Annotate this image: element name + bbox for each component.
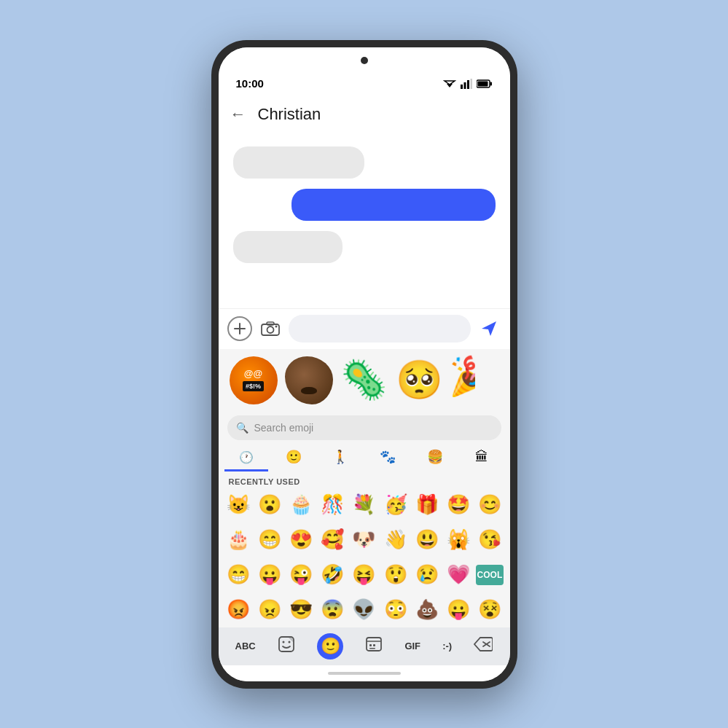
camera-icon [261,321,280,336]
emoji-frowning[interactable]: 😠 [254,594,286,626]
emoji-shocked-cat[interactable]: 🙀 [442,524,474,556]
keyboard-bottom-row: ABC 🙂 [219,627,510,665]
emoji-search-area: 🔍 Search emoji [219,412,510,444]
emoji-wink-tongue[interactable]: 😜 [286,559,317,591]
svg-marker-1 [445,81,455,85]
svg-point-12 [267,326,273,333]
tab-recent[interactable]: 🕐 [224,445,269,471]
battery-icon [477,79,493,88]
delete-icon [474,637,493,656]
emoji-cupcake[interactable]: 🧁 [286,489,317,521]
status-icons [443,79,493,89]
emoji-confetti[interactable]: 🎊 [317,489,348,521]
camera-button[interactable] [258,316,283,341]
sticker-blob-face[interactable] [283,354,335,407]
emoji-happy[interactable]: 😃 [411,524,442,556]
emoji-wave[interactable]: 👋 [380,524,411,556]
message-input[interactable] [289,315,471,343]
emoji-beaming[interactable]: 😁 [223,559,254,591]
message-bubble-received-1 [233,146,364,179]
emoji-keyboard-icon: 🙂 [317,633,343,659]
emoji-poop[interactable]: 💩 [411,594,442,626]
svg-point-17 [288,641,290,643]
sticker-row: @@ #$!% 🦠 🥺 🎉 [219,349,510,412]
svg-rect-20 [369,644,372,646]
kaomoji-button[interactable] [359,632,388,661]
emoji-angry[interactable]: 😡 [223,594,254,626]
emoji-dog[interactable]: 🐶 [348,524,380,556]
emoji-grin[interactable]: 😁 [254,524,286,556]
emoji-astonished[interactable]: 😮 [254,489,286,521]
tab-travel[interactable]: 🏛 [460,445,504,471]
svg-rect-2 [461,85,463,89]
app-bar: ← Christian [219,94,510,135]
tab-food[interactable]: 🍔 [412,445,457,471]
gif-button[interactable]: GIF [399,632,426,661]
back-button[interactable]: ← [230,105,246,124]
emoji-keyboard: 🔍 Search emoji 🕐 🙂 🚶 🐾 🍔 🏛 RECENTLY USED… [219,412,510,627]
wifi-icon [443,79,456,89]
phone-frame: 10:00 ← [211,40,517,689]
add-attachment-button[interactable] [227,316,252,341]
send-button[interactable] [477,316,501,341]
emoji-starstruck[interactable]: 🤩 [442,489,474,521]
gif-label: GIF [404,641,420,651]
emoji-heart-pink[interactable]: 💗 [442,559,474,591]
emoji-squinting-tongue[interactable]: 😝 [348,559,380,591]
svg-rect-5 [470,79,472,89]
emoticon-button[interactable]: :-) [437,632,458,661]
emoji-cat[interactable]: 😺 [223,489,254,521]
emoji-tongue[interactable]: 😛 [254,559,286,591]
emoji-cry[interactable]: 😢 [411,559,442,591]
svg-rect-13 [267,322,274,325]
svg-rect-21 [373,644,375,646]
emoji-grid-row4: 😡 😠 😎 😨 👽 😳 💩 😛 😵 [219,592,510,627]
svg-rect-7 [490,82,492,85]
emoji-search-placeholder: Search emoji [254,422,314,434]
emoji-astonished2[interactable]: 😲 [380,559,411,591]
emoji-bouquet[interactable]: 💐 [348,489,380,521]
emoji-partying[interactable]: 🥳 [380,489,411,521]
emoji-cool-badge[interactable]: COOL [474,559,505,591]
sticker-icon [278,635,295,657]
message-bubble-sent [291,189,496,221]
delete-button[interactable] [468,632,498,661]
emoji-alien[interactable]: 👽 [348,594,380,626]
emoji-grid-row3: 😁 😛 😜 🤣 😝 😲 😢 💗 COOL [219,557,510,592]
emoji-heart-eyes[interactable]: 😍 [286,524,317,556]
emoji-rofl[interactable]: 🤣 [317,559,348,591]
emoji-smiling-hearts[interactable]: 🥰 [317,524,348,556]
emoji-sunglasses[interactable]: 😎 [286,594,317,626]
emoji-cake[interactable]: 🎂 [223,524,254,556]
svg-rect-22 [369,648,375,649]
phone-screen: 10:00 ← [219,47,510,681]
sticker-pleading[interactable]: 🥺 [394,354,446,407]
emoji-smile[interactable]: 😊 [474,489,505,521]
sticker-microbe[interactable]: 🦠 [338,354,391,407]
section-label-recently-used: RECENTLY USED [219,473,510,488]
emoji-button[interactable]: 🙂 [311,632,349,661]
svg-point-16 [282,641,284,643]
emoji-tongue2[interactable]: 😛 [442,594,474,626]
emoji-flushed[interactable]: 😳 [380,594,411,626]
sticker-button[interactable] [272,632,301,661]
tab-animals[interactable]: 🐾 [366,445,410,471]
emoji-grid-row1: 😺 😮 🧁 🎊 💐 🥳 🎁 🤩 😊 [219,488,510,522]
messages-area [219,135,510,308]
emoji-dizzy[interactable]: 😵 [474,594,505,626]
tab-smileys[interactable]: 🙂 [271,445,316,471]
search-magnifier-icon: 🔍 [236,422,248,434]
sticker-cursing[interactable]: @@ #$!% [227,354,280,407]
emoji-gift[interactable]: 🎁 [411,489,442,521]
emoji-search-input[interactable]: 🔍 Search emoji [227,415,501,440]
kaomoji-icon [365,635,383,657]
abc-button[interactable]: ABC [230,632,262,661]
emoji-fearful[interactable]: 😨 [317,594,348,626]
plus-icon [233,322,246,335]
camera-dot [361,57,368,64]
svg-rect-3 [463,82,466,89]
input-bar [219,308,510,349]
emoji-kiss[interactable]: 😘 [474,524,505,556]
tab-people[interactable]: 🚶 [318,445,363,471]
sticker-partial: 🎉 [449,354,475,407]
